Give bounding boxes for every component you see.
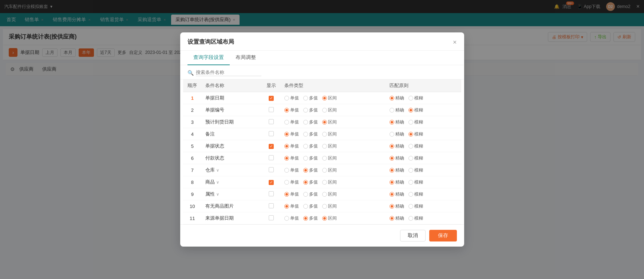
modal-tab-query-fields[interactable]: 查询字段设置 <box>187 51 230 65</box>
modal-overlay[interactable]: 设置查询区域布局 × 查询字段设置 布局调整 🔍 顺序 条件名称 显示 条件类型 <box>0 0 644 82</box>
search-input[interactable] <box>196 70 261 76</box>
search-icon: 🔍 <box>187 70 194 76</box>
modal-search-area: 🔍 <box>180 65 464 79</box>
col-display: 显示 <box>262 79 281 82</box>
col-order: 顺序 <box>183 79 202 82</box>
modal-close-button[interactable]: × <box>453 39 457 46</box>
modal-tabs: 查询字段设置 布局调整 <box>180 51 464 65</box>
modal-header: 设置查询区域布局 × <box>180 32 464 51</box>
modal-table-wrap: 顺序 条件名称 显示 条件类型 匹配原则 1单据日期单值多值区间精确模糊2单据编… <box>180 79 464 82</box>
settings-modal: 设置查询区域布局 × 查询字段设置 布局调整 🔍 顺序 条件名称 显示 条件类型 <box>180 32 464 82</box>
col-name: 条件名称 <box>202 79 262 82</box>
modal-tab-layout[interactable]: 布局调整 <box>230 51 262 65</box>
modal-title: 设置查询区域布局 <box>187 38 234 46</box>
col-type: 条件类型 <box>281 79 386 82</box>
col-match: 匹配原则 <box>386 79 461 82</box>
conditions-table: 顺序 条件名称 显示 条件类型 匹配原则 1单据日期单值多值区间精确模糊2单据编… <box>183 79 461 82</box>
